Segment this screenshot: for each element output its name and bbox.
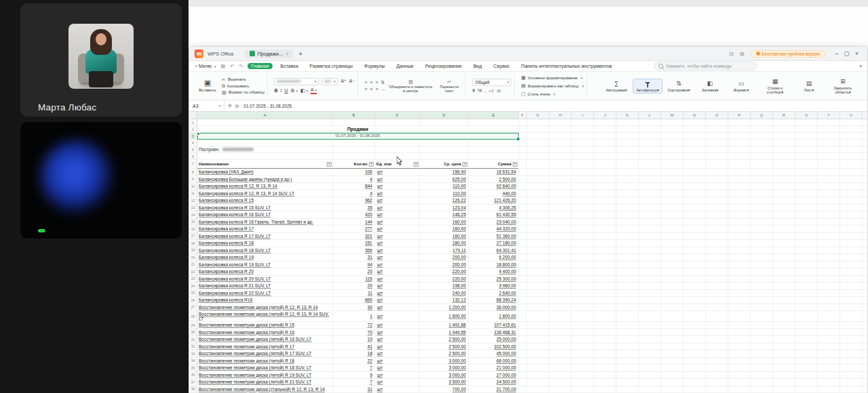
cell[interactable] [616, 205, 639, 212]
orientation-icon[interactable]: ⇅ [380, 80, 384, 85]
item-name-cell[interactable]: Восстановление геометрии диска (литой) R… [197, 322, 333, 329]
cell[interactable] [751, 254, 773, 262]
cell[interactable] [818, 276, 840, 283]
cell[interactable] [527, 247, 549, 255]
format-as-table-button[interactable]: ▤Форматировать как таблицу▾ [521, 82, 584, 89]
column-header-R[interactable]: R [773, 112, 795, 119]
cell[interactable] [549, 344, 572, 351]
cell[interactable] [572, 169, 594, 176]
unit-cell[interactable]: шт [375, 176, 420, 184]
cell[interactable] [706, 247, 728, 255]
qty-cell[interactable]: 7 [333, 365, 375, 372]
cell[interactable] [773, 379, 795, 386]
cell[interactable] [594, 336, 616, 344]
cell[interactable] [594, 372, 616, 379]
cell[interactable] [818, 190, 840, 198]
cell[interactable] [594, 283, 616, 290]
cell[interactable] [594, 240, 616, 247]
cell[interactable] [840, 153, 863, 160]
cell[interactable] [519, 365, 527, 372]
cell[interactable] [706, 219, 728, 226]
cell[interactable] [840, 379, 863, 386]
sum-cell[interactable]: 88 390,24 [469, 297, 519, 304]
cell[interactable] [728, 119, 751, 126]
cell[interactable] [751, 372, 773, 379]
tab-tools[interactable]: Сервис [490, 63, 513, 69]
align-bottom-icon[interactable]: ≡ [375, 80, 378, 85]
cell[interactable] [519, 211, 527, 219]
cell[interactable] [863, 197, 867, 205]
cell[interactable] [527, 283, 549, 290]
cell[interactable] [684, 153, 706, 160]
cell[interactable] [616, 379, 639, 386]
unit-cell[interactable]: шт [375, 169, 420, 176]
cell[interactable] [795, 126, 818, 133]
cell[interactable] [773, 344, 795, 351]
cell[interactable] [661, 176, 684, 184]
cell[interactable] [728, 379, 751, 386]
cell[interactable] [773, 146, 795, 153]
cell[interactable] [795, 304, 818, 312]
cell[interactable] [684, 336, 706, 344]
qty-cell[interactable]: 1 [333, 311, 375, 322]
cell[interactable] [527, 197, 549, 205]
maximize-button[interactable]: ▢ [842, 50, 852, 57]
cell[interactable] [795, 311, 818, 322]
cell[interactable] [751, 322, 773, 329]
row-number-11[interactable]: 11 [189, 190, 197, 198]
cell[interactable] [818, 205, 840, 212]
cell[interactable] [706, 386, 728, 393]
cell[interactable] [795, 247, 818, 255]
cell[interactable] [519, 379, 527, 386]
cell[interactable] [728, 304, 751, 312]
cell[interactable] [795, 290, 818, 297]
cell[interactable] [684, 211, 706, 219]
cell[interactable] [818, 297, 840, 304]
unit-cell[interactable]: шт [375, 311, 420, 322]
cell[interactable] [594, 329, 616, 337]
cell[interactable] [728, 358, 751, 365]
cell[interactable] [751, 119, 773, 126]
cell[interactable] [197, 153, 333, 160]
new-tab-button[interactable]: + [298, 50, 302, 58]
unit-cell[interactable]: шт [375, 276, 420, 283]
unit-cell[interactable]: шт [375, 197, 420, 205]
cell[interactable] [639, 126, 661, 133]
cell[interactable] [840, 262, 863, 269]
cell[interactable] [549, 254, 572, 262]
cell[interactable] [616, 350, 639, 358]
cell[interactable] [728, 140, 751, 146]
cell[interactable] [863, 283, 867, 290]
cell[interactable] [549, 276, 572, 283]
tab-ai-tools[interactable]: Панель интеллектуальных инструментов [518, 63, 616, 69]
cell[interactable] [818, 153, 840, 160]
fill-button[interactable]: ◧ Заливка▾ [695, 79, 725, 94]
cell[interactable] [527, 169, 549, 176]
sum-cell[interactable]: 4 400,00 [469, 268, 519, 276]
sum-cell[interactable]: 6 200,00 [469, 254, 519, 262]
unit-cell[interactable]: шт [375, 304, 420, 312]
cell[interactable] [549, 322, 572, 329]
cell[interactable] [549, 190, 572, 198]
unit-cell[interactable]: шт [375, 262, 420, 269]
cell[interactable] [661, 344, 684, 351]
cell[interactable] [594, 219, 616, 226]
command-search-input[interactable]: Нажмите, чтобы найти команды [654, 62, 757, 70]
cell[interactable] [795, 211, 818, 219]
qty-cell[interactable]: 9 [333, 372, 375, 379]
cell[interactable] [527, 311, 549, 322]
cell[interactable] [519, 226, 527, 233]
cell[interactable] [818, 311, 840, 322]
sum-cell[interactable]: 102 500,00 [469, 344, 519, 351]
cell[interactable] [773, 283, 795, 290]
cell[interactable] [795, 276, 818, 283]
cell[interactable] [751, 379, 773, 386]
cell[interactable] [751, 211, 773, 219]
unit-cell[interactable]: шт [375, 322, 420, 329]
cell[interactable] [549, 146, 572, 153]
cell[interactable] [773, 153, 795, 160]
cell[interactable] [773, 290, 795, 297]
item-name-cell[interactable]: Восстановление геометрии диска (литой) R… [197, 358, 333, 365]
cell[interactable] [773, 126, 795, 133]
cell[interactable] [639, 322, 661, 329]
